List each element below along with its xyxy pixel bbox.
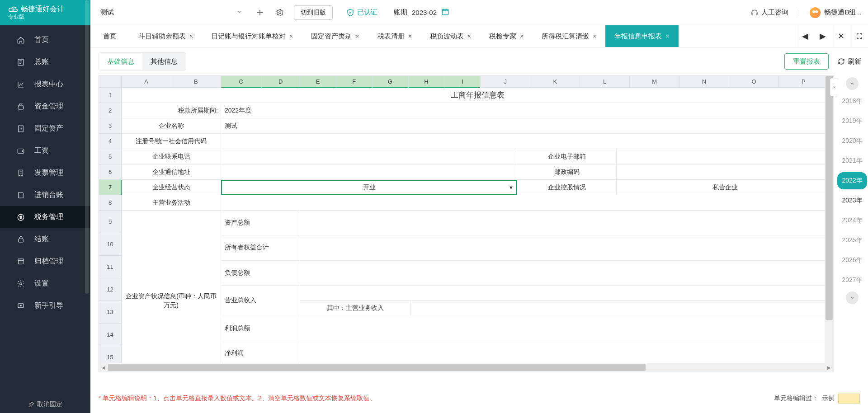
close-icon[interactable]: × xyxy=(520,33,524,40)
col-A[interactable]: A xyxy=(122,76,171,87)
tab-tax-list[interactable]: 税表清册× xyxy=(368,25,421,47)
col-B[interactable]: B xyxy=(171,76,221,87)
tab-home[interactable]: 首页 xyxy=(90,25,129,47)
tab-close-all-button[interactable]: ✕ xyxy=(832,25,850,47)
col-C[interactable]: C xyxy=(221,76,262,87)
row-11[interactable]: 11 xyxy=(99,256,122,278)
year-2019[interactable]: 2019年 xyxy=(842,113,862,130)
row-4[interactable]: 4 xyxy=(99,134,122,149)
fullscreen-button[interactable] xyxy=(850,25,868,47)
row-2[interactable]: 2 xyxy=(99,103,122,118)
sidebar-item-invoice[interactable]: 发票管理 xyxy=(0,162,90,184)
sidebar-item-close[interactable]: 结账 xyxy=(0,228,90,250)
sidebar-item-inventory[interactable]: 进销台账 xyxy=(0,184,90,206)
sidebar-item-funds[interactable]: 资金管理 xyxy=(0,95,90,117)
horizontal-scrollbar[interactable]: ◀ ▶ xyxy=(99,363,834,372)
tab-income-tax[interactable]: 所得税汇算清缴× xyxy=(533,25,605,47)
sheet-title[interactable]: 工商年报信息表 xyxy=(122,88,834,103)
year-down-button[interactable] xyxy=(846,291,859,304)
sidebar-item-assets[interactable]: 固定资产 xyxy=(0,117,90,140)
asset-info-merged[interactable]: 企业资产状况信息(币种：人民币万元) xyxy=(122,211,221,372)
refresh-button[interactable]: 刷新 xyxy=(838,57,861,66)
year-2021[interactable]: 2021年 xyxy=(842,152,862,169)
year-2027[interactable]: 2027年 xyxy=(842,272,862,289)
tab-prev-button[interactable]: ◀ xyxy=(796,25,814,47)
settings-button[interactable] xyxy=(274,7,286,19)
pin-toggle[interactable]: 取消固定 xyxy=(0,400,90,408)
collapse-year-panel[interactable]: « xyxy=(830,78,838,96)
tab-tax-expert[interactable]: 税检专家× xyxy=(480,25,533,47)
year-2026[interactable]: 2026年 xyxy=(842,252,862,269)
tab-journal-bank[interactable]: 日记账与银行对账单核对× xyxy=(202,25,302,47)
add-button[interactable] xyxy=(254,7,266,19)
edit-note: * 单元格编辑说明：1、点击单元格直接录入数值或文本。2、清空单元格数值或文本恢… xyxy=(99,394,376,403)
seg-basic-info[interactable]: 基础信息 xyxy=(99,53,142,70)
close-icon[interactable]: × xyxy=(289,33,293,40)
row-5[interactable]: 5 xyxy=(99,149,122,164)
main: 测试 切到旧版 已认证 账期 2023-02 人工咨询 | 畅捷通B组... xyxy=(90,0,868,413)
row-1[interactable]: 1 xyxy=(99,88,122,103)
switch-old-button[interactable]: 切到旧版 xyxy=(294,5,333,20)
close-icon[interactable]: × xyxy=(355,33,359,40)
row-6[interactable]: 6 xyxy=(99,164,122,180)
close-icon[interactable]: × xyxy=(189,33,193,40)
calendar-icon[interactable] xyxy=(441,8,449,17)
consult-button[interactable]: 人工咨询 xyxy=(750,8,788,17)
col-M[interactable]: M xyxy=(630,76,679,87)
col-H[interactable]: H xyxy=(409,76,445,87)
col-G[interactable]: G xyxy=(373,76,409,87)
business-status-dropdown[interactable]: 开业▼ xyxy=(221,180,517,195)
tab-tax-fluct[interactable]: 税负波动表× xyxy=(421,25,480,47)
tab-asset-cat[interactable]: 固定资产类别× xyxy=(302,25,368,47)
col-P[interactable]: P xyxy=(779,76,829,87)
close-icon[interactable]: × xyxy=(408,33,412,40)
row-10[interactable]: 10 xyxy=(99,233,122,256)
select-all-cell[interactable] xyxy=(99,76,122,87)
sidebar-item-tax[interactable]: 税务管理 xyxy=(0,206,90,228)
sidebar-item-home[interactable]: 首页 xyxy=(0,29,90,51)
sidebar-item-archive[interactable]: 归档管理 xyxy=(0,250,90,272)
seg-other-info[interactable]: 其他信息 xyxy=(142,53,186,70)
sidebar-item-settings[interactable]: 设置 xyxy=(0,272,90,295)
year-2023[interactable]: 2023年 xyxy=(842,192,862,209)
tab-annual-report[interactable]: 年报信息申报表× xyxy=(605,25,678,47)
row-13[interactable]: 13 xyxy=(99,301,122,324)
col-L[interactable]: L xyxy=(580,76,630,87)
col-D[interactable]: D xyxy=(262,76,300,87)
tab-next-button[interactable]: ▶ xyxy=(814,25,832,47)
row-3[interactable]: 3 xyxy=(99,118,122,134)
sidebar-item-ledger[interactable]: 总账 xyxy=(0,51,90,73)
vertical-scrollbar[interactable] xyxy=(825,76,834,363)
sidebar-scrollbar[interactable] xyxy=(85,0,89,413)
tab-aux-balance[interactable]: 斗目辅助余额表× xyxy=(129,25,202,47)
row-8[interactable]: 8 xyxy=(99,195,122,211)
close-icon[interactable]: × xyxy=(467,33,471,40)
row-9[interactable]: 9 xyxy=(99,211,122,233)
col-O[interactable]: O xyxy=(729,76,779,87)
sidebar-item-reports[interactable]: 报表中心 xyxy=(0,73,90,95)
year-2024[interactable]: 2024年 xyxy=(842,212,862,229)
year-up-button[interactable] xyxy=(846,77,859,90)
col-F[interactable]: F xyxy=(336,76,373,87)
col-K[interactable]: K xyxy=(530,76,580,87)
reset-report-button[interactable]: 重置报表 xyxy=(784,53,829,70)
year-2025[interactable]: 2025年 xyxy=(842,232,862,249)
sidebar-item-salary[interactable]: 工资 xyxy=(0,140,90,162)
row-7[interactable]: 7 xyxy=(99,180,122,195)
scroll-right-icon[interactable]: ▶ xyxy=(825,363,834,372)
col-E[interactable]: E xyxy=(300,76,336,87)
year-2020[interactable]: 2020年 xyxy=(842,132,862,150)
sidebar-item-guide[interactable]: 新手引导 xyxy=(0,295,90,317)
col-N[interactable]: N xyxy=(679,76,729,87)
col-I[interactable]: I xyxy=(444,76,481,87)
user-menu[interactable]: 畅捷通B组... xyxy=(810,7,862,18)
close-icon[interactable]: × xyxy=(593,33,596,40)
company-selector[interactable]: 测试 xyxy=(97,5,246,20)
row-12[interactable]: 12 xyxy=(99,278,122,301)
close-icon[interactable]: × xyxy=(665,33,669,40)
scroll-left-icon[interactable]: ◀ xyxy=(99,363,108,372)
year-2022[interactable]: 2022年 xyxy=(837,172,867,189)
row-14[interactable]: 14 xyxy=(99,324,122,346)
col-J[interactable]: J xyxy=(481,76,530,87)
year-2018[interactable]: 2018年 xyxy=(842,93,862,110)
